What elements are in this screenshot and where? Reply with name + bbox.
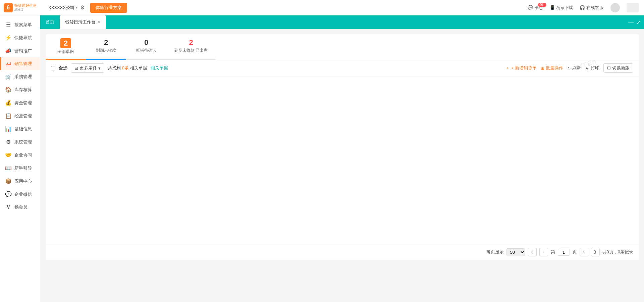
filter-button[interactable]: ⊟ 更多条件 ▾ bbox=[71, 63, 104, 73]
tab-home-label: 首页 bbox=[46, 19, 54, 25]
sidebar-item-label: 资金管理 bbox=[14, 100, 32, 106]
sidebar-item-system[interactable]: ⚙ 系统管理 bbox=[0, 135, 40, 148]
user-name-display bbox=[627, 3, 639, 12]
page-label2: 页 bbox=[573, 249, 577, 255]
stat-shipped-label: 到期未收款 已出库 bbox=[174, 48, 208, 53]
quick-nav-icon: ⚡ bbox=[5, 35, 12, 41]
switch-version-button[interactable]: ⊡ 切换新版 bbox=[603, 63, 633, 73]
sidebar-item-finance[interactable]: 💰 资金管理 bbox=[0, 96, 40, 109]
sidebar-item-inventory[interactable]: 🏠 库存核算 bbox=[0, 83, 40, 96]
tab-workbench[interactable]: 钱货日清工作台 ✕ bbox=[60, 15, 106, 29]
stat-tab-shipped[interactable]: 2 到期未收款 已出库 bbox=[166, 34, 216, 60]
app-center-icon: 📦 bbox=[5, 178, 12, 184]
sidebar-item-enterprise[interactable]: 🤝 企业协同 bbox=[0, 148, 40, 162]
add-order-button[interactable]: ＋ + 新增销货单 bbox=[505, 65, 537, 71]
basic-info-icon: 📊 bbox=[5, 126, 12, 132]
sidebar-item-label: 新手引导 bbox=[14, 165, 32, 171]
stat-wangpu-num: 0 bbox=[134, 38, 158, 47]
headset-icon: 🎧 bbox=[580, 5, 585, 10]
inventory-icon: 🏠 bbox=[5, 86, 12, 93]
print-button[interactable]: 🖨 打印 bbox=[585, 65, 599, 71]
online-service-item[interactable]: 🎧 在线客服 bbox=[580, 5, 604, 11]
batch-button[interactable]: ⊞ 批量操作 bbox=[541, 65, 563, 71]
stat-all-num: 2 bbox=[60, 38, 71, 48]
stat-tab-wangpu[interactable]: 0 旺铺待确认 bbox=[126, 34, 166, 60]
stats-tabs: 2 全部单据 2 到期未收款 0 旺铺待确认 2 到期未收款 已出库 bbox=[46, 34, 639, 60]
trial-button[interactable]: 体验行业方案 bbox=[90, 3, 127, 13]
sidebar-item-label: 搜索菜单 bbox=[14, 22, 32, 28]
result-text: 共找到 0条 相关单据 bbox=[108, 65, 147, 71]
sidebar-item-purchase[interactable]: 🛒 采购管理 bbox=[0, 70, 40, 83]
marketing-icon: 📣 bbox=[5, 48, 12, 54]
message-item[interactable]: 💬 消息 99+ bbox=[528, 5, 543, 11]
tab-close-icon[interactable]: ✕ bbox=[98, 20, 101, 24]
settings-icon[interactable]: ⚙ bbox=[80, 4, 85, 11]
switch-icon: ⊡ bbox=[607, 65, 611, 70]
page-label: 第 bbox=[551, 249, 555, 255]
last-page-button[interactable]: ⟫ bbox=[591, 248, 600, 256]
tab-bar-actions: — ⤢ bbox=[628, 19, 644, 25]
stat-tab-overdue[interactable]: 2 到期未收款 bbox=[86, 34, 126, 60]
sidebar-item-label: 畅会员 bbox=[14, 204, 28, 210]
prev-page-button[interactable]: ‹ bbox=[539, 248, 548, 256]
sidebar-item-app-center[interactable]: 📦 应用中心 bbox=[0, 175, 40, 188]
sales-icon: 🏷 bbox=[5, 61, 12, 67]
stat-overdue-num: 2 bbox=[94, 38, 118, 47]
tab-minimize-icon[interactable]: — bbox=[628, 19, 634, 25]
company-selector[interactable]: XXXXXX公司 ▾ bbox=[48, 5, 77, 11]
stat-tab-all[interactable]: 2 全部单据 bbox=[46, 34, 86, 60]
enterprise-icon: 🤝 bbox=[5, 152, 12, 158]
sidebar-item-label: 企业协同 bbox=[14, 152, 32, 158]
chevron-down-icon: ▾ bbox=[76, 6, 77, 9]
toolbar-left: 全选 ⊟ 更多条件 ▾ 共找到 0条 相关单据 相关单据 bbox=[51, 63, 168, 73]
refresh-icon: ↻ bbox=[567, 66, 571, 71]
message-icon: 💬 bbox=[528, 5, 533, 10]
sidebar: 6 畅捷通好生意 标准版 ☰ 搜索菜单 ⚡ 快捷导航 📣 营销推广 🏷 销售管理… bbox=[0, 0, 40, 302]
sidebar-item-basic-info[interactable]: 📊 基础信息 bbox=[0, 122, 40, 135]
sidebar-item-operations[interactable]: 📋 经营管理 bbox=[0, 109, 40, 122]
sidebar-item-guide[interactable]: 📖 新手引导 bbox=[0, 162, 40, 175]
sidebar-item-label: 销售管理 bbox=[14, 61, 32, 67]
toolbar: 全选 ⊟ 更多条件 ▾ 共找到 0条 相关单据 相关单据 ＋ + 新增销货单 ⊞… bbox=[46, 60, 639, 76]
related-orders-link[interactable]: 相关单据 bbox=[151, 65, 168, 71]
filter-icon: ⊟ bbox=[74, 66, 78, 71]
sidebar-item-wechat[interactable]: 💬 企业微信 bbox=[0, 188, 40, 201]
sidebar-logo: 6 畅捷通好生意 标准版 bbox=[0, 0, 40, 15]
sidebar-item-search[interactable]: ☰ 搜索菜单 bbox=[0, 18, 40, 31]
filter-chevron-icon: ▾ bbox=[98, 66, 101, 71]
sidebar-item-label: 库存核算 bbox=[14, 87, 32, 93]
next-page-button[interactable]: › bbox=[580, 248, 588, 256]
print-icon: 🖨 bbox=[585, 66, 589, 71]
guide-icon: 📖 bbox=[5, 165, 12, 171]
pagination-bar: 每页显示 50 100 200 ⟪ ‹ 第 页 › ⟫ 共0页，0条记录 bbox=[46, 244, 639, 260]
page-size-select[interactable]: 50 100 200 bbox=[506, 248, 525, 256]
sidebar-item-member[interactable]: V 畅会员 bbox=[0, 201, 40, 214]
finance-icon: 💰 bbox=[5, 100, 12, 106]
operations-icon: 📋 bbox=[5, 113, 12, 119]
select-all-checkbox[interactable] bbox=[51, 66, 55, 70]
main-content: 2 全部单据 2 到期未收款 0 旺铺待确认 2 到期未收款 已出库 全选 bbox=[40, 29, 644, 302]
app-download-icon: 📱 bbox=[550, 5, 555, 10]
stat-wangpu-label: 旺铺待确认 bbox=[134, 48, 158, 53]
refresh-button[interactable]: ↻ 刷新 bbox=[567, 65, 581, 71]
sidebar-item-quick-nav[interactable]: ⚡ 快捷导航 bbox=[0, 31, 40, 44]
logo-icon: 6 bbox=[4, 3, 13, 12]
search-menu-icon: ☰ bbox=[5, 21, 12, 28]
sidebar-item-marketing[interactable]: 📣 营销推广 bbox=[0, 44, 40, 57]
first-page-button[interactable]: ⟪ bbox=[528, 248, 537, 256]
tab-maximize-icon[interactable]: ⤢ bbox=[636, 19, 641, 25]
header-right: 💬 消息 99+ 📱 App下载 🎧 在线客服 bbox=[528, 3, 639, 12]
app-download-item[interactable]: 📱 App下载 bbox=[550, 5, 573, 11]
batch-icon: ⊞ bbox=[541, 66, 544, 71]
sidebar-item-sales[interactable]: 🏷 销售管理 bbox=[0, 57, 40, 70]
table-area bbox=[46, 76, 639, 244]
select-all-label: 全选 bbox=[59, 65, 67, 71]
tab-home[interactable]: 首页 bbox=[40, 15, 60, 29]
sidebar-item-label: 系统管理 bbox=[14, 139, 32, 145]
tab-bar: 首页 钱货日清工作台 ✕ — ⤢ bbox=[40, 15, 644, 29]
filter-label: 更多条件 bbox=[79, 65, 97, 71]
system-icon: ⚙ bbox=[5, 139, 12, 145]
sidebar-item-label: 采购管理 bbox=[14, 74, 32, 80]
current-page-input[interactable] bbox=[558, 249, 570, 256]
avatar[interactable] bbox=[610, 3, 620, 12]
